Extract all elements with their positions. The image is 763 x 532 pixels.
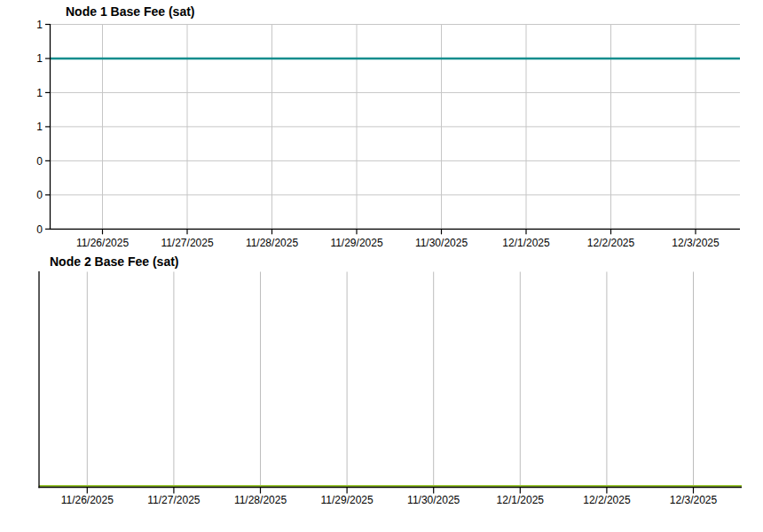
charts-page: Node 1 Base Fee (sat) Node 2 Base Fee (s…: [0, 0, 763, 532]
y-tick-label: 0: [36, 189, 43, 201]
x-tick-label: 12/3/2025: [670, 494, 718, 506]
x-tick-label: 12/2/2025: [583, 494, 631, 506]
y-tick-label: 0: [36, 155, 43, 168]
x-tick-label: 11/27/2025: [161, 237, 213, 249]
x-tick-label: 11/29/2025: [330, 237, 382, 249]
x-tick-label: 12/1/2025: [497, 494, 545, 506]
x-tick-label: 12/3/2025: [672, 237, 720, 249]
charts-canvas: 111100011/26/202511/27/202511/28/202511/…: [0, 0, 763, 532]
x-tick-label: 11/27/2025: [147, 494, 200, 506]
x-tick-label: 12/1/2025: [502, 237, 550, 249]
x-tick-label: 11/30/2025: [407, 494, 460, 506]
chart-node1-base-fee-plot: 111100011/26/202511/27/202511/28/202511/…: [36, 19, 740, 249]
y-tick-label: 1: [36, 121, 43, 133]
x-tick-label: 11/28/2025: [234, 494, 287, 506]
y-tick-label: 1: [36, 87, 43, 99]
x-tick-label: 11/28/2025: [246, 237, 298, 249]
chart-node2-base-fee-plot: 11/26/202511/27/202511/28/202511/29/2025…: [38, 271, 742, 506]
x-tick-label: 11/30/2025: [415, 237, 468, 249]
y-tick-label: 0: [36, 223, 43, 236]
y-tick-label: 1: [36, 19, 43, 31]
x-tick-label: 11/29/2025: [321, 494, 374, 506]
x-tick-label: 11/26/2025: [61, 494, 114, 506]
y-tick-label: 1: [36, 52, 43, 65]
x-tick-label: 12/2/2025: [587, 237, 635, 249]
x-tick-label: 11/26/2025: [76, 237, 129, 249]
